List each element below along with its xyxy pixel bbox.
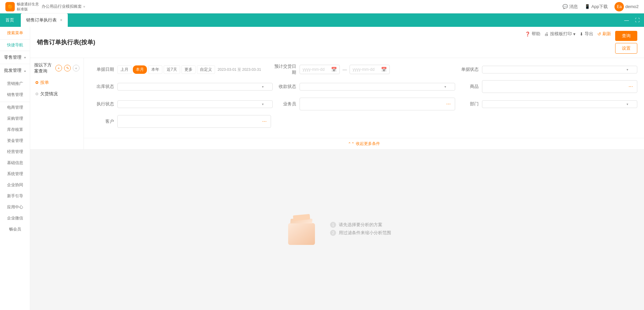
sidebar-item-system[interactable]: 系统管理 [0,168,30,179]
dept-dropdown[interactable]: ▾ [482,100,637,108]
customer-more-icon[interactable]: ··· [261,117,268,126]
inactive-dot [36,93,38,95]
print-button[interactable]: 🖨 按模板打印 ▾ [544,31,576,37]
export-button[interactable]: ⬇ 导出 [580,31,593,37]
edit-scheme-button[interactable]: ✎ [64,65,71,71]
expected-date-start[interactable]: yyyy-mm-dd 📅 [300,65,340,74]
stock-dropdown-arrow: ▾ [262,85,264,89]
date-btn-7days[interactable]: 近7天 [164,65,180,74]
sidebar-item-marketing[interactable]: 营销推广 [0,78,30,89]
page-actions: ❓ 帮助 🖨 按模板打印 ▾ ⬇ 导出 ↺ 刷新 [525,31,611,37]
collapse-up-icon: ⌃⌃ [348,142,355,146]
query-actions: 查询 设置 [615,31,637,54]
app-icon: 📱 [585,4,590,9]
date-btn-this-month[interactable]: 本月 [133,65,147,74]
filter-option-shortage[interactable]: 欠货情况 [30,88,84,100]
refresh-button[interactable]: ↺ 刷新 [597,31,611,37]
date-btn-custom[interactable]: 自定义 [197,65,215,74]
empty-tip-1: 1 请先选择要分析的方案 [330,222,391,228]
sidebar-item-sales[interactable]: 销售管理 [0,89,30,100]
sidebar-retail-header[interactable]: 零售管理 ▾ [0,51,30,64]
empty-tips: 1 请先选择要分析的方案 2 用过滤条件来缩小分析范围 [330,222,391,238]
sidebar-quick-nav[interactable]: 快捷导航 [0,40,30,51]
dept-dropdown-arrow: ▾ [627,102,628,106]
date-btn-last-month[interactable]: 上月 [117,65,131,74]
sidebar-item-finance[interactable]: 资金管理 [0,135,30,146]
active-dot [36,81,38,84]
tab-sales-order[interactable]: 销售订单执行表 × [21,13,68,27]
tab-maximize-icon[interactable]: ⛶ [633,16,641,24]
topbar: 🟠 畅捷通好生意 标准版 办公用品行业模拟账套 ▾ 💬 消息 📱 App下载 E… [0,0,644,13]
sidebar-item-apps[interactable]: 应用中心 [0,202,30,213]
bill-status-dropdown[interactable]: ▾ [482,66,637,73]
date-buttons-group: 上月 本月 本年 近7天 更多 自定义 2023-03-01 至 2023-03… [117,65,261,74]
payment-status-dropdown[interactable]: ▾ [300,83,455,91]
filter-area: 按以下方案查询 + ✎ « 按单 欠货情况 [30,58,644,150]
date-btn-this-year[interactable]: 本年 [148,65,162,74]
exec-status-dropdown[interactable]: ▾ [117,100,273,108]
filter-row-3: 执行状态 ▾ 业务员 ··· [91,98,637,110]
main-layout: 搜索菜单 快捷导航 零售管理 ▾ 批发管理 ▴ 营销推广 销售管理 电商管理 采… [0,27,644,310]
calendar-end-icon[interactable]: 📅 [381,67,387,72]
message-icon: 💬 [562,4,568,9]
sidebar-item-enterprise[interactable]: 企业协同 [0,179,30,191]
logo-area: 🟠 畅捷通好生意 标准版 [5,2,39,11]
filter-row-1: 单据日期 上月 本月 本年 近7天 更多 自定义 2023-03-01 至 20… [91,63,637,75]
filter-sidebar-icons: + ✎ « [55,65,79,71]
chevron-down-icon: ▾ [24,56,26,59]
goods-more-icon[interactable]: ··· [627,82,634,91]
settings-button[interactable]: 设置 [615,43,637,54]
sidebar-item-purchase[interactable]: 采购管理 [0,113,30,124]
sidebar: 搜索菜单 快捷导航 零售管理 ▾ 批发管理 ▴ 营销推广 销售管理 电商管理 采… [0,27,30,310]
user-menu[interactable]: Ea demo2 [614,2,639,11]
calendar-start-icon[interactable]: 📅 [331,67,337,72]
sidebar-item-basic[interactable]: 基础信息 [0,157,30,168]
print-dropdown-icon: ▾ [573,32,576,37]
page-title: 销售订单执行表(按单) [37,38,95,46]
page-header: 销售订单执行表(按单) ❓ 帮助 🖨 按模板打印 ▾ ⬇ 导出 [30,27,644,58]
query-button[interactable]: 查询 [615,31,637,41]
sidebar-item-inventory[interactable]: 库存核算 [0,124,30,135]
sidebar-item-operations[interactable]: 经营管理 [0,146,30,157]
logo-icon: 🟠 [5,2,15,11]
sidebar-item-guide[interactable]: 新手引导 [0,191,30,202]
content: 销售订单执行表(按单) ❓ 帮助 🖨 按模板打印 ▾ ⬇ 导出 [30,27,644,310]
stock-status-dropdown[interactable]: ▾ [117,83,273,91]
app-download-button[interactable]: 📱 App下载 [585,4,608,10]
export-icon: ⬇ [580,32,583,37]
filter-form: 单据日期 上月 本月 本年 近7天 更多 自定义 2023-03-01 至 20… [84,58,644,138]
help-icon: ❓ [525,32,530,37]
tab-home[interactable]: 首页 [0,13,19,27]
avatar: Ea [614,2,624,11]
sidebar-item-ecommerce[interactable]: 电商管理 [0,102,30,113]
message-button[interactable]: 💬 消息 [562,4,578,10]
tab-minimize-icon[interactable]: — [623,16,631,24]
sidebar-item-wechat[interactable]: 企业微信 [0,213,30,224]
empty-tip-2: 2 用过滤条件来缩小分析范围 [330,230,391,236]
tabbar-actions: — ⛶ [623,16,641,24]
sidebar-search[interactable]: 搜索菜单 [0,27,30,40]
salesman-label: 业务员 [273,101,300,107]
collapse-sidebar-button[interactable]: « [73,65,79,71]
expected-date-group: yyyy-mm-dd 📅 — yyyy-mm-dd 📅 [300,65,390,74]
sidebar-section-retail: 零售管理 ▾ [0,51,30,64]
date-btn-more[interactable]: 更多 [181,65,196,74]
salesman-more-icon[interactable]: ··· [445,100,452,108]
goods-label: 商品 [455,84,482,90]
sidebar-wholesale-header[interactable]: 批发管理 ▴ [0,64,30,77]
sidebar-item-member[interactable]: 畅会员 [0,224,30,235]
filter-option-order[interactable]: 按单 [30,77,84,88]
collapse-filters-button[interactable]: ⌃⌃ 收起更多条件 [84,138,644,149]
tab-close-icon[interactable]: × [60,18,62,22]
add-scheme-button[interactable]: + [55,65,62,71]
filter-sidebar-header: 按以下方案查询 + ✎ « [30,62,84,77]
dept-label: 部门 [455,101,482,107]
empty-illustration [283,215,320,245]
payment-status-label: 收款状态 [273,84,300,90]
help-button[interactable]: ❓ 帮助 [525,31,540,37]
customer-label: 客户 [91,118,117,124]
expected-date-end[interactable]: yyyy-mm-dd 📅 [350,65,390,74]
empty-state: 1 请先选择要分析的方案 2 用过滤条件来缩小分析范围 [283,215,391,245]
logo-text: 畅捷通好生意 标准版 [17,2,39,11]
filter-sidebar: 按以下方案查询 + ✎ « 按单 欠货情况 [30,58,84,149]
